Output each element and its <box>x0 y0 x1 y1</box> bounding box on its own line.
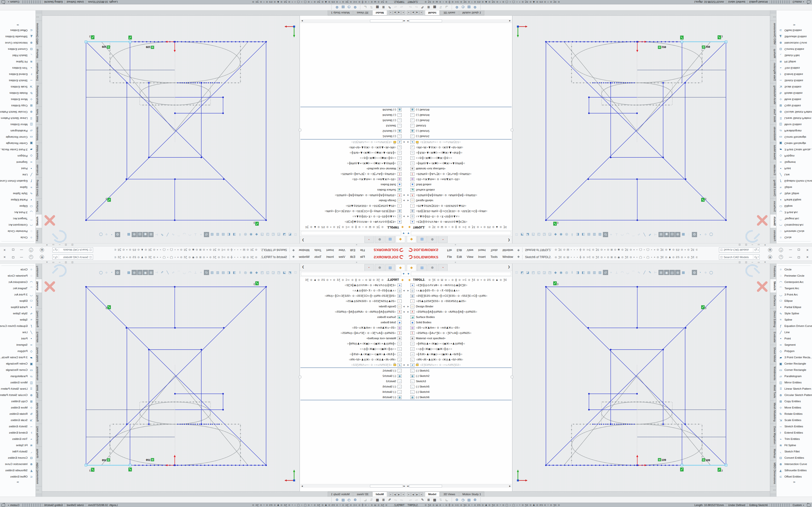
command-tab-item[interactable]: ⋮ <box>36 487 42 494</box>
tool-corner-rectangle[interactable]: ▭Corner Rectangle <box>0 134 36 140</box>
bottom-toolbar-icon-1[interactable]: ▱ <box>413 498 419 502</box>
propertymanager-tab[interactable]: ▤ <box>385 236 395 243</box>
command-tab-weldments[interactable]: Weldments <box>770 364 776 383</box>
tree-row-garbled-3[interactable]: ◔○Ƨ5♟◎Ƨ5ИƷƐ55○ ⊙ ○55ƐИ5Ƨ◎♟Ƨ5○ <box>300 203 406 209</box>
help-icon[interactable]: ? <box>29 248 33 252</box>
tool-offset-entities[interactable]: ⊂Offset Entities <box>0 27 36 34</box>
tool-centerpoint-arc[interactable]: ◠Centerpoint Arc <box>0 222 36 228</box>
tool-trim-entities[interactable]: ⌁Trim Entities <box>0 65 36 71</box>
expander-icon[interactable]: ▶ <box>407 305 410 307</box>
command-tab-evaluate[interactable]: Evaluate <box>36 162 42 177</box>
tree-root-row[interactable]: ◆ TЯPDL2. ⊙ ƷƐ ⊙ Ш ⊙ ∘ ⊙ ╬ ⊙ ⊃C ⊙ ƷƐ ⊙ +… <box>300 225 406 230</box>
tree-horizontal-scrollbar[interactable]: ◀ ▶ <box>300 484 406 488</box>
tree-filter-input[interactable] <box>301 231 401 235</box>
tree-row-sketch2[interactable]: ▦(-) Sketch2 <box>406 128 512 134</box>
tree-row-design-binder[interactable]: ▶▭Design Binder <box>406 198 512 203</box>
command-tab-evaluate[interactable]: Evaluate <box>770 330 776 345</box>
tree-row-design-binder[interactable]: ▶▭Design Binder <box>300 198 406 203</box>
command-tab-weldments[interactable]: Weldments <box>770 124 776 143</box>
dimxpertmanager-tab[interactable]: ◔ <box>438 236 448 243</box>
propertymanager-tab[interactable]: ▤ <box>417 236 427 243</box>
panel-more-arrow[interactable]: ❯ <box>302 265 304 269</box>
more-tools-chevron[interactable]: ≫ <box>0 481 36 483</box>
close-button[interactable]: ✕ <box>804 254 811 260</box>
tree-row-garbled-12[interactable]: ▱○∘◎╬○Ж◉|○∘○|◉Ж○╬◎∘○ <box>406 156 512 161</box>
command-tab-markup[interactable]: Markup <box>36 47 42 60</box>
tag-glove-icon[interactable] <box>1 1 5 4</box>
tool-fit-spline[interactable]: ≋Fit Spline <box>776 59 812 65</box>
tool-linear-sketch-pattern[interactable]: ⠿Linear Sketch Pattern <box>776 115 812 121</box>
tool-style-spline[interactable]: ∿Style Spline <box>776 190 812 197</box>
close-button[interactable]: ✕ <box>1 254 8 260</box>
bottom-toolbar-icon-2[interactable]: ✎ <box>387 498 393 502</box>
vcr-button[interactable]: ⇤ <box>401 493 405 496</box>
tool-ellipse[interactable]: ⬭Ellipse <box>776 203 812 209</box>
command-tab-features[interactable]: Features <box>36 228 42 243</box>
configurationmanager-tab[interactable]: ⊕ <box>427 236 437 243</box>
tree-row-garbled-2[interactable]: ▥○Ƨ5╬ƷƐƧ5○ИN◎∘╬⊃CƐƷƐ55○ ⊙ ○55ƧƷƐ⊃C╬∘◎ИN○ <box>300 209 406 214</box>
more-tools-chevron[interactable]: ≫ <box>0 24 36 26</box>
command-tab-mesh-modeling[interactable]: Mesh Modeling <box>770 83 776 107</box>
scroll-thumb[interactable] <box>409 20 442 22</box>
command-tab-direct-editing[interactable]: Direct Editing <box>36 177 42 199</box>
tool-parallelogram[interactable]: ▱Parallelogram <box>0 373 36 379</box>
search-dropdown-icon[interactable]: ▾ <box>758 249 759 251</box>
command-tab-mbd-dimensions[interactable]: MBD Dimensions <box>36 20 42 47</box>
tool-segment[interactable]: ┅Segment <box>0 159 36 165</box>
tool-3-point-center-recta[interactable]: ▰3 Point Center Recta... <box>776 354 812 360</box>
tool-rotate-entities[interactable]: ↻Rotate Entities <box>0 411 36 417</box>
dimxpertmanager-tab[interactable]: ◔ <box>364 264 374 271</box>
expander-icon[interactable]: ▶ <box>402 194 405 196</box>
vcr-button[interactable]: ▶ <box>415 493 419 496</box>
tree-row-garbled-15[interactable]: ▶▰○ƧƷƐИNΛ∪+○ ⊙ ○+∪ΛИNƷƐƧ○ <box>406 139 512 145</box>
tree-row-garbled-12[interactable]: ▱○∘◎╬○Ж◉|○∘○|◉Ж○╬◎∘○ <box>406 346 512 351</box>
tag-glove-icon[interactable] <box>807 1 811 4</box>
tool-spline[interactable]: ≈Spline <box>776 317 812 323</box>
bottom-toolbar-icon-9[interactable]: ◷ <box>460 5 466 9</box>
bottom-toolbar-icon-0[interactable]: ▱ <box>399 5 405 9</box>
tool-fit-spline[interactable]: ≋Fit Spline <box>776 442 812 448</box>
tool-tangent-arc[interactable]: ⌒Tangent Arc <box>776 285 812 291</box>
command-tab-mold-tools[interactable]: Mold Tools <box>36 383 42 400</box>
menu-tools[interactable]: Tools <box>488 246 500 253</box>
sketch-blue-entities[interactable] <box>546 42 726 220</box>
tool-centerpoint-arc[interactable]: ◠Centerpoint Arc <box>776 279 812 285</box>
tool-silhouette-entities[interactable]: ◭Silhouette Entities <box>0 467 36 473</box>
pin-icon[interactable] <box>517 249 520 251</box>
tool-spline[interactable]: ≈Spline <box>776 184 812 190</box>
account-icon[interactable]: ◉ <box>40 255 44 259</box>
tool-silhouette-entities[interactable]: ◭Silhouette Entities <box>0 34 36 40</box>
command-tab-mbd-dimensions[interactable]: MBD Dimensions <box>36 460 42 487</box>
account-icon[interactable]: ◉ <box>40 248 44 252</box>
tool-move-entities[interactable]: ⊹Move Entities <box>0 404 36 411</box>
tool-silhouette-entities[interactable]: ◭Silhouette Entities <box>776 34 812 40</box>
minimize-button[interactable]: — <box>787 247 794 253</box>
bottom-toolbar-icon-10[interactable]: ▤ <box>340 5 346 9</box>
configurationmanager-tab[interactable]: ⊕ <box>375 264 385 271</box>
tree-row-garbled-14[interactable]: ∟○ИN∘∂6∘♟◎Ж○ ⊙ ○Ж◎♟∘6∂∘ИN○ <box>300 357 406 362</box>
tree-row-garbled-13[interactable]: ▱○╬⊼∂6∘♟○Ж◉|○∘○|◉Ж○♟∘6∂⊼╬○ <box>300 351 406 357</box>
tool-3-point-center-recta[interactable]: ▰3 Point Center Recta... <box>0 147 36 153</box>
command-tab-surfaces[interactable]: Surfaces <box>36 199 42 214</box>
tool-ellipse[interactable]: ⬭Ellipse <box>0 298 36 304</box>
tree-row-sketch5[interactable]: ∟(-) Sketch5 <box>300 118 406 123</box>
tool-sketch-fillet[interactable]: ◟Sketch Fillet <box>0 448 36 455</box>
sketch-gray-entities[interactable] <box>101 42 248 131</box>
tree-row-garbled-13[interactable]: ▱○╬⊼∂6∘♟○Ж◉|○∘○|◉Ж○♟∘6∂⊼╬○ <box>406 351 512 357</box>
command-tab-sheet-metal[interactable]: Sheet Metal <box>770 345 776 364</box>
exit-sketch-icon[interactable] <box>46 216 54 225</box>
display-style-dropdown[interactable]: Custom ▴ <box>791 504 806 507</box>
tool-perimeter-circle[interactable]: ◌Perimeter Circle <box>776 273 812 279</box>
vcr-button[interactable]: ⇥ <box>419 493 423 496</box>
tool-equation-driven-curve[interactable]: ƒEquation Driven Curve <box>0 178 36 184</box>
tree-row-garbled-11[interactable]: ▱○╬ИN◎♟+○Ж◉|○∘○|◉Ж○+♟◎ИN╬○ <box>300 341 406 346</box>
menu-view[interactable]: View <box>337 253 348 261</box>
bottom-toolbar-icon-1[interactable]: ▱ <box>393 5 399 9</box>
tool-ellipse[interactable]: ⬭Ellipse <box>776 298 812 304</box>
vcr-button[interactable]: ⇤ <box>401 11 405 14</box>
tool-convert-entities[interactable]: ⊡Convert Entities <box>0 455 36 461</box>
tree-horizontal-scrollbar[interactable]: ◀ ▶ <box>406 19 512 23</box>
bottom-toolbar-icon-8[interactable]: ⚙ <box>454 5 460 9</box>
bottom-toolbar-icon-0[interactable]: ▱ <box>407 5 413 9</box>
tool-offset-entities[interactable]: ⊂Offset Entities <box>0 473 36 480</box>
